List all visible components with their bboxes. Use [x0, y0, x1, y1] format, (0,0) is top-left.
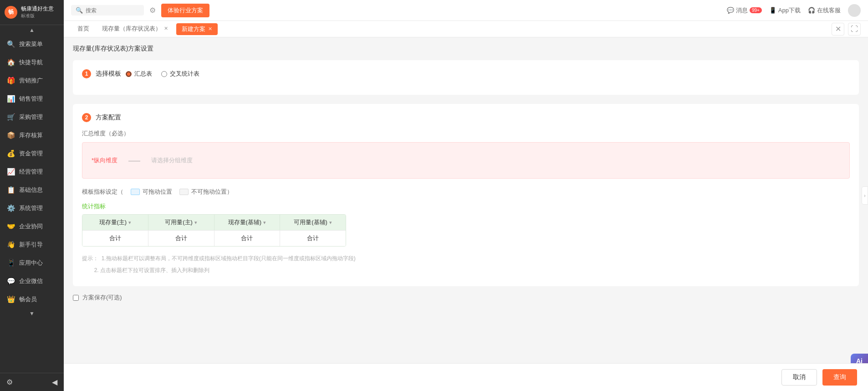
- sidebar-item-label: 应用中心: [19, 259, 43, 267]
- template-indicator-label: 模板指标设定（: [82, 188, 123, 196]
- sidebar-logo: 畅 畅康通好生意 标准版: [0, 0, 64, 25]
- message-icon: 💬: [727, 7, 734, 14]
- sidebar-item-search[interactable]: 🔍 搜索菜单: [0, 35, 64, 53]
- collapse-icon[interactable]: ◀: [52, 378, 57, 386]
- box-icon: 📦: [6, 131, 15, 139]
- search-input[interactable]: [86, 7, 131, 14]
- step2-number: 2: [82, 113, 91, 122]
- cell-0-0: 合计: [82, 231, 148, 246]
- sidebar-item-quick-nav[interactable]: 🏠 快捷导航: [0, 53, 64, 72]
- app-version: 标准版: [21, 13, 54, 19]
- sidebar-scroll-down[interactable]: ▼: [0, 309, 64, 319]
- save-checkbox-label: 方案保存(可选): [82, 293, 122, 302]
- col-chevron-1[interactable]: ▾: [194, 220, 197, 226]
- phone-download-icon: 📱: [769, 7, 776, 14]
- sidebar-item-marketing[interactable]: 🎁 营销推广: [0, 72, 64, 90]
- stats-table-header: 现存量(主) ▾ 可用量(主) ▾ 现存量(基辅) ▾ 可用量(基辅) ▾: [82, 215, 346, 230]
- chat-icon: 💬: [6, 277, 15, 285]
- sidebar: 畅 畅康通好生意 标准版 ▲ 🔍 搜索菜单 🏠 快捷导航 🎁 营销推广 📊 销售…: [0, 0, 64, 391]
- query-button[interactable]: 查询: [822, 369, 857, 386]
- sidebar-item-membership[interactable]: 👑 畅会员: [0, 290, 64, 309]
- sidebar-item-label: 经营管理: [19, 168, 43, 176]
- step1-title: 选择模板: [96, 70, 121, 78]
- col-chevron-0[interactable]: ▾: [128, 220, 131, 226]
- sidebar-item-finance[interactable]: 💰 资金管理: [0, 144, 64, 163]
- cell-0-3: 合计: [280, 231, 346, 246]
- search-icon: 🔍: [6, 40, 15, 48]
- radio-crosstab-input[interactable]: [161, 71, 167, 77]
- stats-table-row-0: 合计 合计 合计 合计: [82, 230, 346, 246]
- content-area: 现存量(库存状况表)方案设置 1 选择模板 汇总表 交叉统计表: [64, 37, 868, 391]
- sidebar-item-enterprise-wechat[interactable]: 💬 企业微信: [0, 272, 64, 290]
- sidebar-item-inventory[interactable]: 📦 库存核算: [0, 126, 64, 144]
- sidebar-item-new-guide[interactable]: 👋 新手引导: [0, 236, 64, 254]
- col-label-3[interactable]: 可用量(基辅): [294, 218, 327, 226]
- topbar-left: 🔍 ⚙ 体验行业方案: [71, 4, 209, 17]
- trending-icon: 📈: [6, 168, 15, 176]
- tab-new-plan[interactable]: 新建方案 ✕: [176, 23, 218, 35]
- tab-home-label: 首页: [77, 25, 89, 33]
- tab-new-plan-close[interactable]: ✕: [208, 26, 212, 32]
- sidebar-item-label: 资金管理: [19, 149, 43, 158]
- radio-crosstab-label: 交叉统计表: [170, 70, 199, 78]
- money-icon: 💰: [6, 149, 15, 158]
- sidebar-item-base-info[interactable]: 📋 基础信息: [0, 181, 64, 199]
- expand-window-button[interactable]: ⛶: [848, 23, 861, 36]
- radio-summary-label: 汇总表: [134, 70, 152, 78]
- radio-summary-input[interactable]: [126, 71, 132, 77]
- sidebar-item-app-center[interactable]: 📱 应用中心: [0, 254, 64, 272]
- search-icon-topbar: 🔍: [76, 7, 83, 14]
- dimension-dash: ——: [128, 157, 140, 164]
- wave-icon: 👋: [6, 241, 15, 249]
- radio-summary[interactable]: 汇总表: [126, 70, 152, 78]
- tab-inventory[interactable]: 现存量（库存状况表） ✕: [96, 21, 174, 37]
- right-collapse-button[interactable]: ›: [862, 186, 868, 205]
- sidebar-item-operations[interactable]: 📈 经营管理: [0, 163, 64, 181]
- sidebar-item-label: 库存核算: [19, 131, 43, 139]
- col-header-0: 现存量(主) ▾: [82, 215, 148, 230]
- no-drag-indicator: 不可拖动位置）: [179, 188, 233, 196]
- cancel-button[interactable]: 取消: [781, 369, 817, 386]
- chart-icon: 📊: [6, 95, 15, 103]
- sidebar-item-cooperation[interactable]: 🤝 企业协同: [0, 217, 64, 236]
- col-label-2[interactable]: 现存量(基辅): [228, 218, 262, 226]
- sidebar-item-label: 搜索菜单: [19, 40, 43, 48]
- tab-home[interactable]: 首页: [71, 21, 96, 37]
- clipboard-icon: 📋: [6, 186, 15, 194]
- app-download-button[interactable]: 📱 App下载: [769, 6, 801, 15]
- messages-button[interactable]: 💬 消息 99+: [727, 6, 762, 15]
- col-label-0[interactable]: 现存量(主): [99, 218, 127, 226]
- col-header-3: 可用量(基辅) ▾: [280, 215, 346, 230]
- online-service-button[interactable]: 🎧 在线客服: [808, 6, 841, 15]
- trial-button[interactable]: 体验行业方案: [161, 4, 209, 17]
- step1-section: 1 选择模板 汇总表 交叉统计表: [73, 60, 859, 95]
- step2-section: 2 方案配置 汇总维度（必选） *纵向维度 —— 请选择分组维度 模板指标设定（…: [73, 104, 859, 286]
- radio-crosstab[interactable]: 交叉统计表: [161, 70, 199, 78]
- save-checkbox[interactable]: [73, 295, 79, 301]
- save-checkbox-section: 方案保存(可选): [73, 293, 859, 302]
- sidebar-item-label: 销售管理: [19, 95, 43, 103]
- col-chevron-2[interactable]: ▾: [263, 220, 266, 226]
- dimension-selector[interactable]: *纵向维度 —— 请选择分组维度: [82, 142, 850, 179]
- dimension-required-label: *纵向维度: [92, 156, 117, 165]
- col-label-1[interactable]: 可用量(主): [165, 218, 193, 226]
- tip-1: 2. 点击标题栏下拉可设置排序、插入列和删除列: [82, 266, 850, 276]
- sidebar-item-purchase[interactable]: 🛒 采购管理: [0, 108, 64, 126]
- sidebar-item-system[interactable]: ⚙️ 系统管理: [0, 199, 64, 217]
- sidebar-item-sales[interactable]: 📊 销售管理: [0, 90, 64, 108]
- settings-icon-topbar[interactable]: ⚙: [149, 6, 156, 15]
- phone-icon: 📱: [6, 259, 15, 267]
- user-avatar[interactable]: [848, 4, 861, 17]
- crown-icon: 👑: [6, 295, 15, 304]
- tab-inventory-close[interactable]: ✕: [164, 26, 168, 31]
- settings-footer-icon[interactable]: ⚙: [6, 378, 13, 386]
- messages-badge: 99+: [750, 7, 762, 13]
- col-chevron-3[interactable]: ▾: [329, 220, 332, 226]
- step2-title: 方案配置: [96, 113, 121, 122]
- col-header-2: 现存量(基辅) ▾: [214, 215, 281, 230]
- sidebar-item-label: 营销推广: [19, 77, 43, 85]
- online-service-label: 在线客服: [817, 6, 841, 15]
- gear-icon: ⚙️: [6, 204, 15, 212]
- sidebar-scroll-up[interactable]: ▲: [0, 25, 64, 35]
- close-window-button[interactable]: ✕: [832, 23, 844, 36]
